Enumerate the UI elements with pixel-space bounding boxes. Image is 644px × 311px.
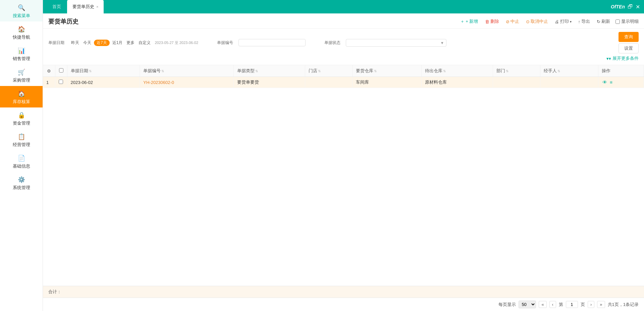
sidebar-item-system[interactable]: ⚙️ 系统管理 [0, 172, 43, 193]
new-icon: ＋ [460, 18, 465, 25]
refresh-button[interactable]: ↻ 刷新 [595, 18, 611, 25]
date-btn-more[interactable]: 更多 [125, 40, 136, 46]
table-header-row: ⚙ 单据日期⇅ 单据编号⇅ 单据类型⇅ 门店⇅ 要货仓库⇅ 待出仓库⇅ 部门⇅ … [43, 65, 644, 77]
sort-store-icon[interactable]: ⇅ [318, 69, 321, 73]
finance-icon: 🔒 [18, 112, 25, 119]
query-button[interactable]: 查询 [619, 32, 639, 42]
per-page-select[interactable]: 50 10 20 100 [519, 301, 536, 308]
content-area: 要货单历史 ＋ + 新增 🗑 删除 ⊘ 中止 ⊙ 取消中止 [43, 13, 644, 311]
td-dept [493, 77, 540, 88]
delete-button[interactable]: 🗑 删除 [484, 18, 500, 25]
basic-info-icon: 📄 [18, 154, 25, 162]
date-filter-label: 单据日期 [48, 40, 64, 46]
page-label: 第 [559, 302, 563, 308]
search-menu-icon: 🔍 [18, 4, 25, 11]
date-btn-yesterday[interactable]: 昨天 [70, 40, 80, 46]
sort-type-icon[interactable]: ⇅ [255, 69, 258, 73]
per-page-label: 每页显示 [498, 302, 516, 308]
th-number: 单据编号⇅ [140, 65, 233, 77]
page-input[interactable] [566, 301, 578, 308]
sidebar-item-finance[interactable]: 🔒 资金管理 [0, 107, 43, 129]
close-tab-icon[interactable]: × [96, 5, 98, 9]
last-page-btn[interactable]: » [597, 301, 605, 308]
sort-date-icon[interactable]: ⇅ [89, 69, 92, 73]
date-buttons: 昨天 今天 近7天 近1月 更多 自定义 2023-05-27 至 2023-0… [70, 40, 198, 46]
system-icon: ⚙️ [18, 176, 25, 183]
sidebar-item-purchase[interactable]: 🛒 采购管理 [0, 64, 43, 86]
prev-page-btn[interactable]: ‹ [549, 301, 556, 308]
sort-number-icon[interactable]: ⇅ [161, 69, 164, 73]
sidebar-item-search[interactable]: 🔍 搜索菜单 [0, 0, 43, 21]
table-area: ⚙ 单据日期⇅ 单据编号⇅ 单据类型⇅ 门店⇅ 要货仓库⇅ 待出仓库⇅ 部门⇅ … [43, 65, 644, 286]
more-op-icon[interactable]: ≡ [610, 80, 612, 85]
close-window-btn[interactable]: ✕ [636, 4, 640, 10]
date-range-display: 2023-05-27 至 2023-06-02 [155, 40, 198, 45]
sort-dept-icon[interactable]: ⇅ [506, 69, 508, 73]
sort-req-wh-icon[interactable]: ⇅ [374, 69, 377, 73]
print-button[interactable]: 🖨 打印 ▾ [553, 18, 573, 25]
cancel-stop-button[interactable]: ⊙ 取消中止 [525, 18, 549, 25]
doc-number-label: 单据编号 [217, 40, 233, 46]
stop-button[interactable]: ⊘ 中止 [504, 18, 521, 25]
status-dropdown-icon: ▾ [441, 40, 443, 45]
data-table: ⚙ 单据日期⇅ 单据编号⇅ 单据类型⇅ 门店⇅ 要货仓库⇅ 待出仓库⇅ 部门⇅ … [43, 65, 644, 88]
select-all-checkbox[interactable] [59, 68, 63, 73]
tab-requisition-history[interactable]: 要货单历史 × [67, 0, 104, 13]
th-store: 门店⇅ [305, 65, 352, 77]
date-btn-7days[interactable]: 近7天 [94, 40, 110, 46]
th-settings[interactable]: ⚙ [43, 65, 55, 77]
td-handler [540, 77, 598, 88]
pagination: 每页显示 50 10 20 100 « ‹ 第 页 › » 共1页，1条记录 [43, 298, 644, 311]
filter-actions: 查询 设置 [619, 32, 639, 53]
print-icon: 🖨 [555, 19, 559, 24]
sort-pending-wh-icon[interactable]: ⇅ [443, 69, 446, 73]
toolbar: ＋ + 新增 🗑 删除 ⊘ 中止 ⊙ 取消中止 🖨 打印 [459, 18, 639, 25]
export-icon: ↑ [578, 19, 581, 24]
sidebar-item-operations[interactable]: 📋 经营管理 [0, 129, 43, 150]
table-footer: 合计： [43, 286, 644, 298]
topbar: 首页 要货单历史 × OfTEn 🗗 ✕ [43, 0, 644, 13]
page-header: 要货单历史 ＋ + 新增 🗑 删除 ⊘ 中止 ⊙ 取消中止 [43, 13, 644, 29]
th-operation: 操作 [598, 65, 644, 77]
date-btn-today[interactable]: 今天 [82, 40, 93, 46]
status-label: 单据状态 [324, 40, 340, 46]
td-type: 要货单要货 [233, 77, 305, 88]
td-checkbox[interactable] [55, 77, 67, 88]
row-checkbox[interactable] [59, 80, 63, 84]
topbar-right: OfTEn 🗗 ✕ [611, 4, 640, 10]
date-btn-1month[interactable]: 近1月 [111, 40, 124, 46]
refresh-icon: ↻ [597, 19, 600, 24]
display-detail-input[interactable] [615, 19, 620, 24]
tab-home[interactable]: 首页 [47, 0, 66, 13]
sidebar-item-basic-info[interactable]: 📄 基础信息 [0, 150, 43, 172]
next-page-btn[interactable]: › [588, 301, 594, 308]
print-dropdown-icon: ▾ [570, 20, 572, 24]
restore-window-btn[interactable]: 🗗 [628, 4, 633, 10]
sidebar-item-sales[interactable]: 📊 销售管理 [0, 43, 43, 64]
td-index: 1 [43, 77, 55, 88]
export-button[interactable]: ↑ 导出 [577, 18, 592, 25]
settings-button[interactable]: 设置 [619, 43, 639, 53]
doc-number-input[interactable] [238, 39, 306, 46]
doc-number-link[interactable]: YH-20230602-0 [143, 80, 174, 85]
expand-filter-button[interactable]: ▾▾ 展开更多条件 [606, 55, 639, 61]
td-operation: 👁 ≡ [598, 77, 644, 88]
view-op-icon[interactable]: 👁 [602, 80, 607, 85]
first-page-btn[interactable]: « [539, 301, 546, 308]
home-icon: 🏠 [18, 26, 25, 33]
filter-area: 单据日期 昨天 今天 近7天 近1月 更多 自定义 2023-05-27 至 2… [43, 29, 644, 65]
display-detail-checkbox[interactable]: 显示明细 [615, 18, 639, 25]
sidebar-item-inventory[interactable]: 🏠 库存核算 [0, 86, 43, 107]
sort-handler-icon[interactable]: ⇅ [557, 69, 560, 73]
filter-row-1: 单据日期 昨天 今天 近7天 近1月 更多 自定义 2023-05-27 至 2… [48, 32, 639, 53]
page-title: 要货单历史 [48, 17, 78, 26]
date-btn-custom[interactable]: 自定义 [137, 40, 152, 46]
td-store [305, 77, 352, 88]
status-select-wrapper[interactable]: ▾ [346, 39, 446, 47]
new-button[interactable]: ＋ + 新增 [459, 18, 479, 25]
th-checkbox[interactable] [55, 65, 67, 77]
sidebar-item-quick-nav[interactable]: 🏠 快捷导航 [0, 21, 43, 43]
expand-icon: ▾▾ [606, 56, 611, 61]
purchase-icon: 🛒 [18, 69, 25, 76]
th-handler: 经手人⇅ [540, 65, 598, 77]
